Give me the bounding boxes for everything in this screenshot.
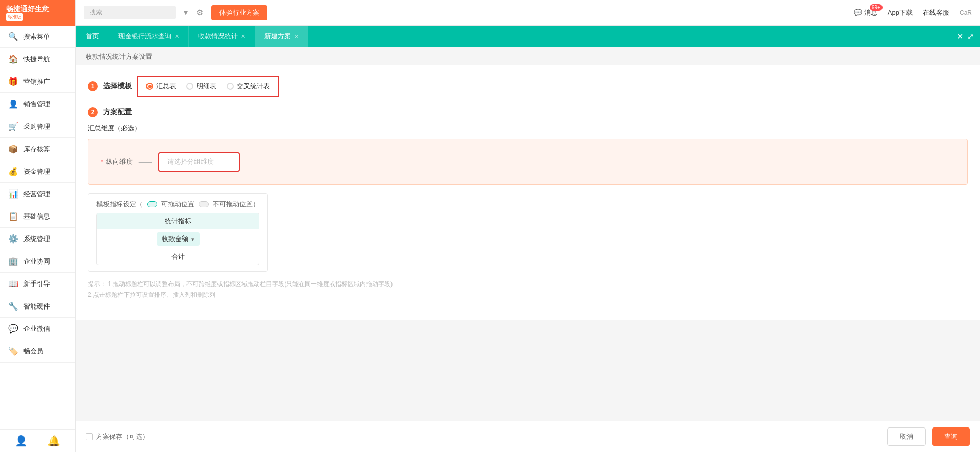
metrics-tag-row: 收款金额 ▾ [97,229,259,249]
radio-summary[interactable]: 汇总表 [146,82,176,91]
inventory-icon: 📦 [8,144,18,154]
sidebar-item-label: 智能硬件 [23,302,50,311]
dimension-area: * 纵向维度 —— 请选择分组维度 [88,139,968,185]
tab-bank-query[interactable]: 现金银行流水查询 ✕ [109,26,189,47]
sidebar-item-label: 新手引导 [23,279,50,289]
sidebar-item-quick-nav[interactable]: 🏠 快捷导航 [0,48,75,70]
chevron-down-icon: ▾ [191,236,194,243]
sidebar-item-label: 系统管理 [23,234,50,244]
sidebar-item-label: 基础信息 [23,212,50,221]
page-breadcrumb: 收款情况统计方案设置 [76,47,980,65]
topbar: 搜索 ▾ ⚙ 体验行业方案 💬 消息 99+ App下载 在线客服 CaR [76,0,980,26]
tip-2: 2.点击标题栏下拉可设置排序、插入列和删除列 [88,291,968,299]
radio-detail[interactable]: 明细表 [186,82,216,91]
tab-close-new-plan[interactable]: ✕ [294,33,299,40]
dimension-select[interactable]: 请选择分组维度 [158,152,240,172]
page-footer: 方案保存（可选） 取消 查询 [76,421,980,452]
save-option-wrap: 方案保存（可选） [86,432,149,441]
topbar-gear-icon[interactable]: ⚙ [196,8,203,17]
sidebar-item-label: 资金管理 [23,167,50,176]
sidebar-item-label: 企业协同 [23,257,50,266]
dimension-subtitle: 汇总维度（必选） [88,124,968,133]
footer-icon-2[interactable]: 🔔 [47,435,60,447]
topbar-search[interactable]: 搜索 [84,6,176,19]
tab-collection-stats[interactable]: 收款情况统计 ✕ [189,26,255,47]
sidebar-item-member[interactable]: 🏷️ 畅会员 [0,340,75,363]
breadcrumb-text: 收款情况统计方案设置 [86,53,152,60]
metrics-table: 统计指标 收款金额 ▾ 合计 [96,213,259,265]
footer-icon-1[interactable]: 👤 [15,435,28,447]
member-icon: 🏷️ [8,346,18,356]
sidebar-item-purchase[interactable]: 🛒 采购管理 [0,115,75,138]
draggable-label: 可拖动位置 [161,200,194,209]
radio-dot-summary [146,83,153,90]
main-area: 搜索 ▾ ⚙ 体验行业方案 💬 消息 99+ App下载 在线客服 CaR 首页… [76,0,980,452]
wechat-icon: 💬 [8,324,18,334]
search-menu-icon: 🔍 [8,32,18,41]
tab-close-bank[interactable]: ✕ [175,33,179,40]
sidebar-item-label: 经营管理 [23,189,50,199]
sidebar: 畅捷通好生意 标准版 🔍 搜索菜单 🏠 快捷导航 🎁 营销推广 👤 销售管理 🛒… [0,0,76,452]
newbie-icon: 📖 [8,279,18,289]
sidebar-item-finance[interactable]: 💰 资金管理 [0,160,75,183]
metrics-header: 模板指标设定（ 可拖动位置 不可拖动位置） [96,200,259,209]
topbar-dropdown-icon[interactable]: ▾ [184,8,188,17]
dimension-required-mark: * 纵向维度 [101,157,133,166]
online-support-btn[interactable]: 在线客服 [923,8,949,17]
hardware-icon: 🔧 [8,301,18,311]
config-section: 汇总维度（必选） * 纵向维度 —— 请选择分组维度 [88,124,968,299]
dimension-arrow: —— [139,158,152,166]
tabbar: 首页 现金银行流水查询 ✕ 收款情况统计 ✕ 新建方案 ✕ ✕ ⤢ [76,26,980,47]
dimension-row: * 纵向维度 —— 请选择分组维度 [101,152,240,172]
step2-section: 2 方案配置 汇总维度（必选） * 纵向维度 —— [88,107,968,299]
step2-number: 2 [88,107,98,117]
sidebar-logo: 畅捷通好生意 标准版 [0,0,75,26]
logo-badge: 标准版 [6,13,23,21]
tab-new-plan[interactable]: 新建方案 ✕ [255,26,308,47]
operations-icon: 📊 [8,189,18,199]
sidebar-item-basic-info[interactable]: 📋 基础信息 [0,205,75,228]
metrics-wrapper: 模板指标设定（ 可拖动位置 不可拖动位置） 统计指标 收款金额 [88,193,268,272]
tab-maximize-icon[interactable]: ⤢ [967,32,974,41]
save-checkbox[interactable] [86,433,93,440]
message-badge: 99+ [870,4,883,11]
sidebar-item-operations[interactable]: 📊 经营管理 [0,183,75,205]
sidebar-item-label: 企业微信 [23,324,50,334]
cancel-button[interactable]: 取消 [887,427,926,446]
sidebar-item-label: 采购管理 [23,122,50,131]
tip-1: 提示： 1.拖动标题栏可以调整布局，不可跨维度或指标区域拖动栏目字段(只能在同一… [88,280,968,289]
sidebar-item-newbie[interactable]: 📖 新手引导 [0,273,75,295]
tab-close-collection[interactable]: ✕ [241,33,246,40]
basic-info-icon: 📋 [8,211,18,221]
app-download-btn[interactable]: App下载 [888,8,913,17]
metrics-table-header: 统计指标 [97,213,259,229]
radio-cross[interactable]: 交叉统计表 [227,82,270,91]
tab-close-all-icon[interactable]: ✕ [957,32,963,41]
purchase-icon: 🛒 [8,122,18,131]
metrics-tag-amount[interactable]: 收款金额 ▾ [157,232,200,246]
form-card: 1 选择模板 汇总表 明细表 [76,65,980,320]
sidebar-item-search-menu[interactable]: 🔍 搜索菜单 [0,26,75,48]
content-area: 收款情况统计方案设置 1 选择模板 汇总表 [76,47,980,452]
radio-dot-detail [186,83,193,90]
template-select-box: 汇总表 明细表 交叉统计表 [137,76,279,97]
step1-number: 1 [88,81,98,91]
sidebar-item-hardware[interactable]: 🔧 智能硬件 [0,295,75,318]
query-button[interactable]: 查询 [932,427,970,446]
sidebar-item-inventory[interactable]: 📦 库存核算 [0,138,75,160]
marketing-icon: 🎁 [8,77,18,86]
enterprise-icon: 🏢 [8,256,18,266]
sidebar-item-sales[interactable]: 👤 销售管理 [0,93,75,115]
tab-home[interactable]: 首页 [76,26,109,47]
sidebar-item-enterprise[interactable]: 🏢 企业协同 [0,250,75,273]
topbar-user: CaR [960,9,972,16]
messages-btn[interactable]: 💬 消息 99+ [854,8,877,17]
tips-section: 提示： 1.拖动标题栏可以调整布局，不可跨维度或指标区域拖动栏目字段(只能在同一… [88,280,968,299]
sidebar-item-wechat[interactable]: 💬 企业微信 [0,318,75,340]
step2-header: 2 方案配置 [88,107,968,117]
sidebar-item-system[interactable]: ⚙️ 系统管理 [0,228,75,250]
trial-btn[interactable]: 体验行业方案 [211,5,267,20]
sidebar-item-marketing[interactable]: 🎁 营销推广 [0,70,75,93]
footer-actions: 取消 查询 [887,427,970,446]
tabbar-actions: ✕ ⤢ [957,32,980,41]
